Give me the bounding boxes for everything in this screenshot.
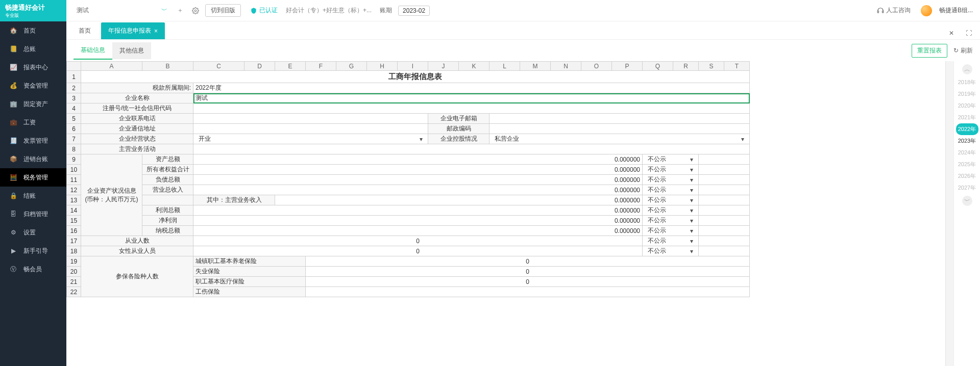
sidebar-item-invoice[interactable]: 🧾发票管理 xyxy=(0,132,66,150)
col-K[interactable]: K xyxy=(459,62,489,71)
col-L[interactable]: L xyxy=(489,62,520,71)
select-cell[interactable]: 不公示▾ xyxy=(645,186,696,194)
select-cell[interactable]: 不公示▾ xyxy=(645,216,696,225)
row-2[interactable]: 2 xyxy=(67,83,81,93)
row-15[interactable]: 15 xyxy=(67,216,81,226)
switch-old-version-button[interactable]: 切到旧版 xyxy=(205,4,241,17)
subtab-basic[interactable]: 基础信息 xyxy=(74,42,112,60)
col-E[interactable]: E xyxy=(275,62,306,71)
select-cell[interactable]: 不公示▾ xyxy=(645,196,696,204)
row-4[interactable]: 4 xyxy=(67,103,81,114)
year-prev-button[interactable]: ︿ xyxy=(962,64,972,74)
col-S[interactable]: S xyxy=(699,62,724,71)
year-2023年[interactable]: 2023年 xyxy=(956,135,978,147)
col-C[interactable]: C xyxy=(193,62,244,71)
col-Q[interactable]: Q xyxy=(643,62,673,71)
col-P[interactable]: P xyxy=(612,62,643,71)
subtab-other[interactable]: 其他信息 xyxy=(112,42,151,59)
select-cell[interactable]: 私营企业▾ xyxy=(492,135,747,143)
sidebar-item-money[interactable]: 💰资金管理 xyxy=(0,76,66,95)
select-cell[interactable]: 开业▾ xyxy=(195,135,426,143)
fullscreen-button[interactable]: ⛶ xyxy=(963,27,975,39)
row-14[interactable]: 14 xyxy=(67,205,81,216)
col-H[interactable]: H xyxy=(367,62,398,71)
row-1[interactable]: 1 xyxy=(67,71,81,83)
row-3[interactable]: 3 xyxy=(67,93,81,103)
year-2024年[interactable]: 2024年 xyxy=(956,147,978,159)
sidebar-item-gear[interactable]: ⚙设置 xyxy=(0,223,66,242)
row-19[interactable]: 19 xyxy=(67,256,81,267)
select-cell[interactable]: 不公示▾ xyxy=(645,175,696,184)
year-next-button[interactable]: ﹀ xyxy=(962,196,972,206)
col-B[interactable]: B xyxy=(142,62,193,71)
refresh-button[interactable]: ↻ 刷新 xyxy=(953,46,973,55)
year-2025年[interactable]: 2025年 xyxy=(956,159,978,170)
row-17[interactable]: 17 xyxy=(67,236,81,246)
company-name-input[interactable]: 测试 xyxy=(193,93,750,103)
sidebar-item-guide[interactable]: ▶新手引导 xyxy=(0,242,66,260)
sidebar-item-archive[interactable]: 🗄归档管理 xyxy=(0,205,66,223)
col-R[interactable]: R xyxy=(673,62,699,71)
sidebar-item-vip[interactable]: Ⓥ畅会员 xyxy=(0,260,66,278)
row-11[interactable]: 11 xyxy=(67,175,81,185)
select-cell[interactable]: 不公示▾ xyxy=(645,237,696,245)
sidebar-item-home[interactable]: 🏠首页 xyxy=(0,21,66,40)
reset-report-button[interactable]: 重置报表 xyxy=(912,44,947,58)
select-cell[interactable]: 不公示▾ xyxy=(645,155,696,164)
year-2021年[interactable]: 2021年 xyxy=(956,112,978,123)
row-16[interactable]: 16 xyxy=(67,226,81,236)
col-A[interactable]: A xyxy=(81,62,142,71)
year-2018年[interactable]: 2018年 xyxy=(956,76,978,88)
col-M[interactable]: M xyxy=(520,62,551,71)
row-10[interactable]: 10 xyxy=(67,165,81,175)
col-row[interactable] xyxy=(67,62,81,71)
year-2020年[interactable]: 2020年 xyxy=(956,100,978,112)
col-N[interactable]: N xyxy=(551,62,581,71)
col-D[interactable]: D xyxy=(244,62,275,71)
close-all-tabs-button[interactable]: ✕ xyxy=(945,27,958,39)
sidebar-item-stock[interactable]: 📦进销台账 xyxy=(0,150,66,168)
sidebar-item-asset[interactable]: 🏢固定资产 xyxy=(0,95,66,113)
select-cell[interactable]: 不公示▾ xyxy=(645,226,696,235)
col-T[interactable]: T xyxy=(724,62,750,71)
year-2019年[interactable]: 2019年 xyxy=(956,88,978,100)
spreadsheet[interactable]: ABCDEFGHIJKLMNOPQRST1工商年报信息表2税款所属期间:2022… xyxy=(66,61,945,366)
row-21[interactable]: 21 xyxy=(67,277,81,287)
sidebar-item-chart[interactable]: 📈报表中心 xyxy=(0,58,66,76)
tab-home[interactable]: 首页 xyxy=(71,22,98,39)
sidebar-item-close[interactable]: 🔒结账 xyxy=(0,187,66,205)
period-picker[interactable]: 2023-02 xyxy=(398,6,430,16)
row-6[interactable]: 6 xyxy=(67,124,81,134)
select-cell[interactable]: 不公示▾ xyxy=(645,165,696,174)
year-2027年[interactable]: 2027年 xyxy=(956,182,978,194)
year-2022年[interactable]: 2022年 xyxy=(956,123,978,135)
org-selector[interactable]: 测试 ﹀ xyxy=(74,4,170,17)
row-12[interactable]: 12 xyxy=(67,185,81,195)
user-avatar[interactable] xyxy=(921,5,932,16)
row-18[interactable]: 18 xyxy=(67,246,81,256)
customer-service-button[interactable]: 人工咨询 xyxy=(877,6,911,15)
col-J[interactable]: J xyxy=(428,62,459,71)
select-cell[interactable]: 不公示▾ xyxy=(645,206,696,215)
sidebar-item-salary[interactable]: 💼工资 xyxy=(0,113,66,132)
year-2026年[interactable]: 2026年 xyxy=(956,170,978,182)
col-O[interactable]: O xyxy=(581,62,612,71)
org-settings-button[interactable] xyxy=(190,5,201,16)
row-9[interactable]: 9 xyxy=(67,154,81,165)
vertical-scrollbar[interactable] xyxy=(945,61,953,366)
row-20[interactable]: 20 xyxy=(67,267,81,277)
row-8[interactable]: 8 xyxy=(67,144,81,154)
row-7[interactable]: 7 xyxy=(67,134,81,144)
col-I[interactable]: I xyxy=(398,62,428,71)
add-org-button[interactable]: ＋ xyxy=(175,5,186,16)
row-13[interactable]: 13 xyxy=(67,195,81,205)
sidebar-item-tax[interactable]: 🧮税务管理 xyxy=(0,168,66,187)
select-cell[interactable]: 不公示▾ xyxy=(645,247,696,255)
sidebar-item-ledger[interactable]: 📒总账 xyxy=(0,40,66,58)
row-22[interactable]: 22 xyxy=(67,287,81,297)
row-5[interactable]: 5 xyxy=(67,114,81,124)
tab-annual-report[interactable]: 年报信息申报表 × xyxy=(101,22,165,39)
col-F[interactable]: F xyxy=(306,62,336,71)
close-tab-icon[interactable]: × xyxy=(154,28,158,35)
col-G[interactable]: G xyxy=(336,62,367,71)
